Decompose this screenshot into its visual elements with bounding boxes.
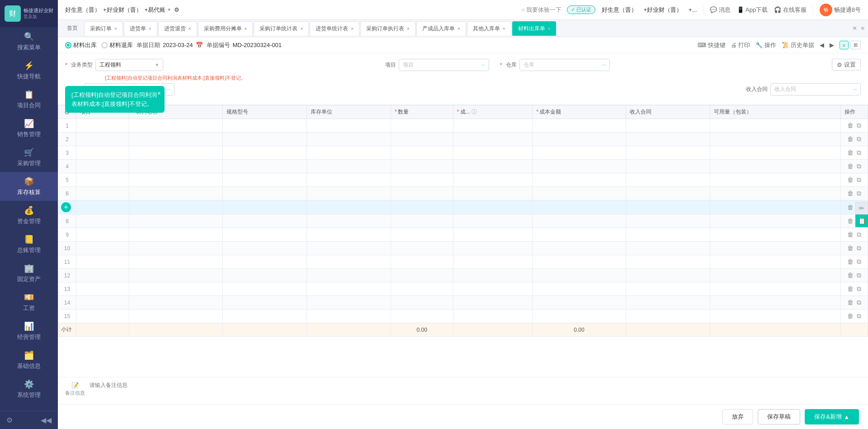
add-row-btn[interactable]: + xyxy=(61,202,71,212)
tab-purchase-order[interactable]: 采购订单 × xyxy=(84,21,123,36)
nav-experience[interactable]: ○ 我要体验一下 xyxy=(521,6,561,14)
sidebar-item-search[interactable]: 🔍 搜索菜单 xyxy=(0,27,58,56)
copy-row-btn[interactable]: ⧉ xyxy=(856,162,862,171)
sidebar-item-ops[interactable]: 📊 经营管理 xyxy=(0,317,58,346)
copy-row-btn[interactable]: ⧉ xyxy=(856,230,862,239)
sidebar-item-salary[interactable]: 💴 工资 xyxy=(0,288,58,317)
copy-row-btn[interactable]: ⧉ xyxy=(856,298,862,307)
delete-row-btn[interactable]: 🗑 xyxy=(846,162,854,171)
sidebar-item-inventory[interactable]: 📦 库存核算 xyxy=(0,172,58,201)
delete-row-btn[interactable]: 🗑 xyxy=(846,216,854,225)
delete-row-btn[interactable]: 🗑 xyxy=(846,257,854,266)
sidebar-item-assets[interactable]: 🏢 固定资产 xyxy=(0,259,58,288)
cell-material-name[interactable] xyxy=(129,119,222,133)
app-download-btn[interactable]: 📱 App下载 xyxy=(737,6,768,14)
copy-row-btn[interactable]: ⧉ xyxy=(856,134,862,144)
nav-item-haoshengyi[interactable]: 好生意（晋） xyxy=(65,6,100,14)
tab-other-inbound[interactable]: 其他入库单 × xyxy=(467,21,511,36)
online-support-btn[interactable]: 🎧 在线客服 xyxy=(774,6,807,14)
tab-purchase-fee[interactable]: 采购费用分摊单 × xyxy=(198,21,253,36)
tab-purchase-exec[interactable]: 采购订单执行表 × xyxy=(360,21,415,36)
copy-row-btn[interactable]: ⧉ xyxy=(856,284,862,294)
view-grid-btn[interactable]: ⊞ xyxy=(850,41,861,49)
cell-cost[interactable] xyxy=(453,119,533,133)
radio-material-out[interactable]: 材料出库 xyxy=(65,41,97,49)
copy-row-btn[interactable]: ⧉ xyxy=(856,175,862,185)
tab-finished-goods[interactable]: 产成品入库单 × xyxy=(416,21,466,36)
sidebar-item-project[interactable]: 📋 项目合同 xyxy=(0,85,58,114)
view-list-btn[interactable]: ≡ xyxy=(840,41,849,49)
cell-quantity[interactable] xyxy=(391,119,453,133)
side-active-btn[interactable]: 📋 xyxy=(855,214,868,227)
nav-settings-icon[interactable]: ⚙ xyxy=(174,6,179,13)
copy-row-btn[interactable]: ⧉ xyxy=(856,311,862,321)
settings-icon[interactable]: ⚙ xyxy=(6,416,13,424)
copy-row-btn[interactable]: ⧉ xyxy=(856,121,862,130)
cell-stock-unit[interactable] xyxy=(307,119,391,133)
discard-button[interactable]: 放弃 xyxy=(722,409,753,424)
project-input[interactable]: 项目 ··· xyxy=(399,59,489,71)
delete-row-btn[interactable]: 🗑 xyxy=(846,284,854,293)
delete-row-btn[interactable]: 🗑 xyxy=(846,121,854,130)
ops-btn[interactable]: 🔧 操作 xyxy=(755,41,776,49)
tab-home[interactable]: 首页 xyxy=(61,21,83,36)
tab-inbound-stats[interactable]: 进货单统计表 × xyxy=(310,21,359,36)
sidebar-item-quick[interactable]: ⚡ 快捷导航 xyxy=(0,56,58,85)
sidebar-item-sales[interactable]: 📈 销售管理 xyxy=(0,114,58,143)
sidebar-item-ledger[interactable]: 📒 总账管理 xyxy=(0,230,58,259)
nav-haoyecai-r[interactable]: +好业财（晋） xyxy=(643,6,682,14)
business-type-input[interactable]: 工程领料 ▼ xyxy=(95,59,163,71)
radio-material-return[interactable]: 材料退库 xyxy=(101,41,133,49)
side-edit-btn[interactable]: ✏ xyxy=(855,202,868,214)
delete-row-btn[interactable]: 🗑 xyxy=(846,271,854,280)
collapse-icon[interactable]: ◀◀ xyxy=(41,416,52,424)
nav-haoshengyi-r[interactable]: 好生意（晋） xyxy=(602,6,637,14)
delete-row-btn[interactable]: 🗑 xyxy=(846,230,854,239)
warehouse-input[interactable]: 仓库 ··· xyxy=(519,59,610,71)
sidebar-item-finance[interactable]: 💰 资金管理 xyxy=(0,201,58,230)
delete-row-btn[interactable]: 🗑 xyxy=(846,148,854,157)
tooltip-close-btn[interactable]: × xyxy=(157,89,161,98)
tab-purchase-stats[interactable]: 采购订单统计表 × xyxy=(254,21,309,36)
tab-close-btn[interactable]: ✕ xyxy=(852,25,857,32)
copy-row-btn[interactable]: ⧉ xyxy=(856,189,862,198)
shortcut-btn[interactable]: ⌨ 快捷键 xyxy=(698,41,726,49)
delete-row-btn[interactable]: 🗑 xyxy=(846,203,854,212)
settings-button[interactable]: ⚙ 设置 xyxy=(832,59,861,71)
sidebar-item-purchase[interactable]: 🛒 采购管理 xyxy=(0,143,58,172)
nav-item-yidaizhang[interactable]: +易代账 ▼ xyxy=(145,6,172,14)
delete-row-btn[interactable]: 🗑 xyxy=(846,311,854,320)
save-new-button[interactable]: 保存&新增 ▲ xyxy=(805,409,859,424)
copy-row-btn[interactable]: ⧉ xyxy=(856,148,862,157)
cell-spec[interactable] xyxy=(222,119,307,133)
save-draft-button[interactable]: 保存草稿 xyxy=(758,409,800,424)
delete-row-btn[interactable]: 🗑 xyxy=(846,175,854,184)
delete-row-btn[interactable]: 🗑 xyxy=(846,243,854,253)
tab-inbound[interactable]: 进货单 × xyxy=(124,21,157,36)
notes-input[interactable] xyxy=(90,382,861,388)
sidebar-item-basic[interactable]: 🗂️ 基础信息 xyxy=(0,346,58,375)
cell-cost-amount[interactable] xyxy=(533,119,626,133)
history-btn[interactable]: 📜 历史单据 xyxy=(782,41,814,49)
calendar-icon[interactable]: 📅 xyxy=(196,42,203,48)
copy-row-btn[interactable]: ⧉ xyxy=(856,243,862,253)
copy-row-btn[interactable]: ⧉ xyxy=(856,257,862,267)
delete-row-btn[interactable]: 🗑 xyxy=(846,298,854,307)
print-btn[interactable]: 🖨 打印 xyxy=(731,41,750,49)
nav-next-btn[interactable]: ▶ xyxy=(830,42,834,48)
sidebar-item-system[interactable]: ⚙️ 系统管理 xyxy=(0,375,58,404)
copy-row-btn[interactable]: ⧉ xyxy=(856,271,862,280)
tab-material-outbound[interactable]: 材料出库单 × xyxy=(512,21,557,36)
income-contract-input[interactable]: 收入合同 ··· xyxy=(770,83,861,95)
tab-menu-btn[interactable]: ≡ xyxy=(861,25,864,32)
cell-available[interactable] xyxy=(710,119,840,133)
cell-income-contract[interactable] xyxy=(626,119,710,133)
cell-project[interactable] xyxy=(76,119,129,133)
message-btn[interactable]: 💬 消息 xyxy=(710,6,731,14)
user-avatar[interactable]: 畅 畅捷通8号 xyxy=(820,4,861,16)
nav-prev-btn[interactable]: ◀ xyxy=(820,42,824,48)
delete-row-btn[interactable]: 🗑 xyxy=(846,189,854,198)
nav-more[interactable]: +... xyxy=(689,6,697,13)
delete-row-btn[interactable]: 🗑 xyxy=(846,134,854,143)
tab-inbound-return[interactable]: 进货退货 × xyxy=(158,21,197,36)
